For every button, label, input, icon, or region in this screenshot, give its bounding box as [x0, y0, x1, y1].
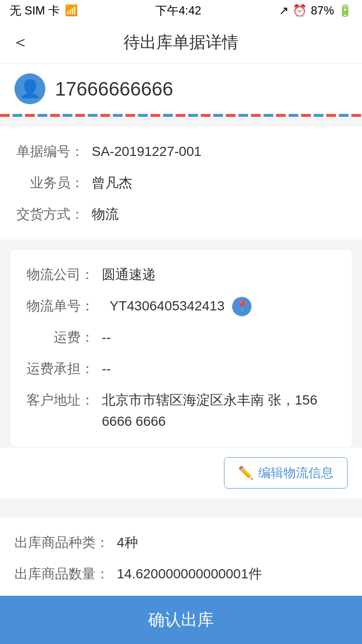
freight-value: -- [102, 327, 337, 349]
doc-num-value: SA-20191227-001 [92, 141, 348, 163]
dashed-divider [0, 114, 362, 117]
tracking-value: YT43064053424​13 [110, 295, 224, 317]
company-value: 圆通速递 [102, 264, 337, 286]
confirm-btn-text: 确认出库 [148, 609, 214, 631]
company-row: 物流公司： 圆通速递 [25, 264, 337, 286]
battery-icon: 🔋 [338, 4, 352, 17]
logistics-card: 物流公司： 圆通速递 物流单号： YT43064053424​13 📍 运费： … [10, 249, 352, 448]
quantity-value: 14.620000000000001件 [117, 563, 348, 585]
doc-num-row: 单据编号： SA-20191227-001 [14, 141, 348, 163]
page-title: 待出库单据详情 [124, 31, 238, 54]
quantity-label: 出库商品数量： [14, 563, 117, 585]
edit-logistics-button[interactable]: ✏️ 编辑物流信息 [224, 457, 348, 489]
address-row: 客户地址： 北京市市辖区海淀区永丰南 张，156 6666 6666 [25, 390, 337, 433]
freight-row: 运费： -- [25, 327, 337, 349]
quantity-row: 出库商品数量： 14.620000000000001件 [14, 563, 348, 585]
outbound-info-section: 出库商品种类： 4种 出库商品数量： 14.620000000000001件 [0, 518, 362, 600]
nav-bar: ＜ 待出库单据详情 [0, 21, 362, 64]
status-right: ↗ ⏰ 87% 🔋 [279, 4, 352, 17]
location-icon[interactable]: 📍 [232, 297, 251, 316]
back-button[interactable]: ＜ [12, 30, 29, 54]
customer-header: 👤 17666666666 [0, 64, 362, 114]
sim-status: 无 SIM 卡 [10, 3, 60, 18]
delivery-value: 物流 [92, 204, 348, 225]
basic-info-section: 单据编号： SA-20191227-001 业务员： 曾凡杰 交货方式： 物流 [0, 126, 362, 239]
delivery-row: 交货方式： 物流 [14, 204, 348, 225]
section-separator [0, 498, 362, 508]
staff-row: 业务员： 曾凡杰 [14, 172, 348, 194]
address-label: 客户地址： [25, 390, 102, 411]
staff-value: 曾凡杰 [92, 172, 348, 194]
freight-bear-row: 运费承担： -- [25, 358, 337, 380]
freight-bear-value: -- [102, 358, 337, 380]
avatar: 👤 [14, 73, 45, 104]
freight-label: 运费： [25, 327, 102, 349]
staff-label: 业务员： [14, 172, 92, 194]
tracking-label: 物流单号： [25, 295, 102, 317]
location-status-icon: ↗ [279, 4, 289, 17]
edit-btn-row: ✏️ 编辑物流信息 [0, 448, 362, 498]
confirm-btn-bar[interactable]: 确认出库 [0, 596, 362, 644]
type-row: 出库商品种类： 4种 [14, 532, 348, 554]
freight-bear-label: 运费承担： [25, 358, 102, 380]
type-label: 出库商品种类： [14, 532, 117, 554]
avatar-icon: 👤 [19, 79, 41, 99]
doc-num-label: 单据编号： [14, 141, 92, 163]
wifi-icon: 📶 [65, 4, 78, 17]
status-time: 下午4:42 [155, 3, 201, 18]
address-value: 北京市市辖区海淀区永丰南 张，156 6666 6666 [102, 390, 337, 433]
tracking-row: 物流单号： YT43064053424​13 📍 [25, 295, 337, 317]
edit-icon: ✏️ [238, 465, 253, 480]
edit-btn-label: 编辑物流信息 [258, 464, 334, 481]
customer-phone: 17666666666 [55, 78, 173, 100]
company-label: 物流公司： [25, 264, 102, 286]
status-bar: 无 SIM 卡 📶 下午4:42 ↗ ⏰ 87% 🔋 [0, 0, 362, 21]
alarm-icon: ⏰ [292, 4, 307, 17]
delivery-label: 交货方式： [14, 204, 92, 225]
battery-level: 87% [311, 4, 334, 17]
status-left: 无 SIM 卡 📶 [10, 3, 78, 18]
type-value: 4种 [117, 532, 348, 554]
